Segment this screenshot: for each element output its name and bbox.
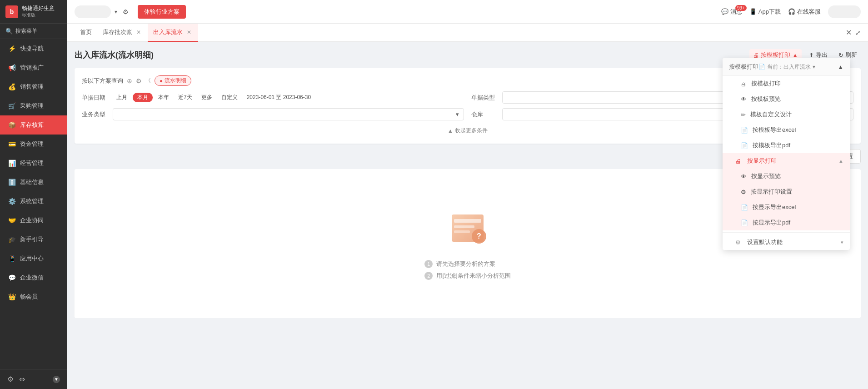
tab-batch-ledger-close[interactable]: ✕ [135, 29, 142, 36]
nav-label-guide: 新手引导 [20, 235, 44, 244]
display-item-label-1: 按显示打印设置 [751, 188, 792, 196]
dropdown-divider [723, 232, 850, 233]
template-item-4[interactable]: 📄按模板导出pdf [723, 138, 850, 153]
nav-label-operations: 经营管理 [20, 159, 44, 167]
messages-item[interactable]: 💬 消息 99+ [721, 8, 742, 16]
template-item-1[interactable]: 👁按模板预览 [723, 91, 850, 107]
display-item-3[interactable]: 📄按显示导出pdf [723, 215, 850, 230]
nav-icon-guide: 🎓 [7, 236, 16, 243]
nav-icon-sales: 💰 [7, 83, 16, 90]
sidebar-item-wecom[interactable]: 💬企业微信 [0, 268, 67, 287]
sidebar-item-vip[interactable]: 👑畅会员 [0, 287, 67, 306]
nav-icon-finance: 💳 [7, 140, 16, 148]
date-shortcut-本月[interactable]: 本月 [133, 93, 153, 102]
filter-tag: ● 流水明细 [155, 75, 191, 86]
filter-date-field: 单据日期 上月本月本年近7天更多自定义 2023-06-01 至 2023-06… [82, 93, 464, 102]
template-item-label-3: 按模板导出excel [753, 126, 796, 134]
filter-biz-field: 业务类型 ▾ [82, 108, 464, 120]
tab-home[interactable]: 首页 [75, 24, 97, 42]
sidebar-item-basic[interactable]: ℹ️基础信息 [0, 173, 67, 192]
nav-label-finance: 资金管理 [20, 140, 44, 148]
tab-home-label: 首页 [80, 28, 92, 36]
tab-flow-close[interactable]: ✕ [185, 29, 193, 36]
date-shortcut-自定义[interactable]: 自定义 [218, 93, 241, 102]
filter-tag-label: 流水明细 [165, 77, 186, 85]
logo-sub: 标准版 [22, 12, 55, 18]
filter-add-button[interactable]: ⊕ [127, 77, 132, 85]
sidebar-item-operations[interactable]: 📊经营管理 [0, 154, 67, 173]
current-label: 当前：出入库流水 [767, 63, 811, 71]
sidebar-nav: ⚡快捷导航📢营销推广💰销售管理🛒采购管理📦库存核算💳资金管理📊经营管理ℹ️基础信… [0, 39, 67, 369]
export-icon: ⬆ [809, 52, 814, 59]
sidebar-item-enterprise[interactable]: 🤝企业协同 [0, 211, 67, 230]
template-item-2[interactable]: ✏模板自定义设计 [723, 107, 850, 122]
sidebar-item-marketing[interactable]: 📢营销推广 [0, 58, 67, 77]
nav-label-vip: 畅会员 [20, 293, 38, 301]
header-gear-icon[interactable]: ⚙ [123, 8, 129, 15]
sidebar-scroll-down[interactable]: ▼ [53, 376, 60, 383]
sidebar-item-system[interactable]: ⚙️系统管理 [0, 192, 67, 211]
nav-icon-marketing: 📢 [7, 64, 16, 71]
collapse-icon[interactable]: ⇔ [19, 375, 25, 384]
page-content: 出入库流水(流水明细) 🖨 按模板打印 ▲ ⬆ 导出 ↻ 刷新 [67, 42, 868, 389]
dropdown-header-label: 按模板打印 [729, 63, 758, 71]
nav-icon-purchase: 🛒 [7, 102, 16, 110]
online-service-label: 在线客服 [797, 8, 821, 16]
date-shortcut-近7天[interactable]: 近7天 [175, 93, 196, 102]
sidebar-item-sales[interactable]: 💰销售管理 [0, 77, 67, 96]
trial-button[interactable]: 体验行业方案 [138, 5, 186, 19]
filter-collapse-button[interactable]: 《 [145, 77, 151, 85]
messages-badge: 99+ [735, 5, 747, 11]
dropdown-header-chevron: ▾ [813, 64, 815, 70]
tabs-maximize-button[interactable]: ⤢ [855, 29, 861, 36]
sidebar-item-guide[interactable]: 🎓新手引导 [0, 230, 67, 249]
sidebar-item-finance[interactable]: 💳资金管理 [0, 135, 67, 154]
biz-type-select[interactable]: ▾ [113, 108, 464, 120]
tabs-actions: ✕ ⤢ [846, 28, 861, 37]
sidebar-item-quick-nav[interactable]: ⚡快捷导航 [0, 39, 67, 58]
template-item-label-4: 按模板导出pdf [753, 141, 790, 150]
template-item-0[interactable]: 🖨按模板打印 [723, 76, 850, 91]
date-shortcut-更多[interactable]: 更多 [198, 93, 216, 102]
default-label: 设置默认功能 [747, 238, 783, 246]
online-service-item[interactable]: 🎧 在线客服 [788, 8, 821, 16]
header-avatar[interactable] [828, 5, 861, 18]
display-section-header[interactable]: 🖨 按显示打印 ▲ [723, 153, 850, 169]
app-download-label: App下载 [758, 8, 781, 16]
template-item-3[interactable]: 📄按模板导出excel [723, 122, 850, 138]
display-item-2[interactable]: 📄按显示导出excel [723, 199, 850, 215]
display-section-title: 按显示打印 [747, 157, 777, 165]
filter-label: 按以下方案查询 [82, 77, 123, 85]
nav-label-basic: 基础信息 [20, 178, 44, 186]
header-chevron-icon[interactable]: ▾ [115, 9, 117, 15]
app-download-item[interactable]: 📱 App下载 [749, 8, 781, 16]
filter-settings-button[interactable]: ⚙ [136, 77, 142, 85]
search-menu-item[interactable]: 🔍 搜索菜单 [0, 24, 67, 39]
tabs-close-all-button[interactable]: ✕ [846, 28, 852, 37]
sidebar: b 畅捷通好生意 标准版 🔍 搜索菜单 ⚡快捷导航📢营销推广💰销售管理🛒采购管理… [0, 0, 67, 389]
tab-batch-ledger[interactable]: 库存批次账 ✕ [97, 24, 148, 42]
dropdown-collapse-icon[interactable]: ▲ [838, 64, 843, 70]
tab-flow[interactable]: 出入库流水 ✕ [148, 24, 198, 42]
warehouse-label: 仓库 [471, 110, 499, 119]
svg-rect-2 [454, 225, 474, 228]
collapse-up-icon: ▲ [448, 128, 453, 134]
sidebar-item-purchase[interactable]: 🛒采购管理 [0, 96, 67, 115]
sidebar-item-inventory[interactable]: 📦库存核算 [0, 115, 67, 135]
settings-icon[interactable]: ⚙ [7, 375, 14, 384]
sidebar-item-app-center[interactable]: 📱应用中心 [0, 249, 67, 268]
set-default-item[interactable]: ⚙ 设置默认功能 ▾ [723, 234, 850, 250]
date-shortcut-上月[interactable]: 上月 [113, 93, 131, 102]
nav-icon-basic: ℹ️ [7, 179, 16, 186]
nav-label-system: 系统管理 [20, 197, 44, 205]
current-page-icon: 📄 [758, 64, 765, 70]
date-shortcut-本年[interactable]: 本年 [155, 93, 173, 102]
display-item-1[interactable]: ⚙按显示打印设置 [723, 184, 850, 199]
print-dropdown-panel: 按模板打印 📄 当前：出入库流水 ▾ ▲ 🖨按模板打印👁按模板预览✏模板自定义设… [723, 58, 850, 250]
template-item-icon-2: ✏ [741, 111, 746, 118]
nav-icon-system: ⚙️ [7, 198, 16, 205]
date-shortcuts: 上月本月本年近7天更多自定义 [113, 93, 241, 102]
template-item-icon-0: 🖨 [741, 80, 747, 87]
nav-icon-inventory: 📦 [7, 121, 16, 129]
display-item-0[interactable]: 👁按显示预览 [723, 169, 850, 184]
